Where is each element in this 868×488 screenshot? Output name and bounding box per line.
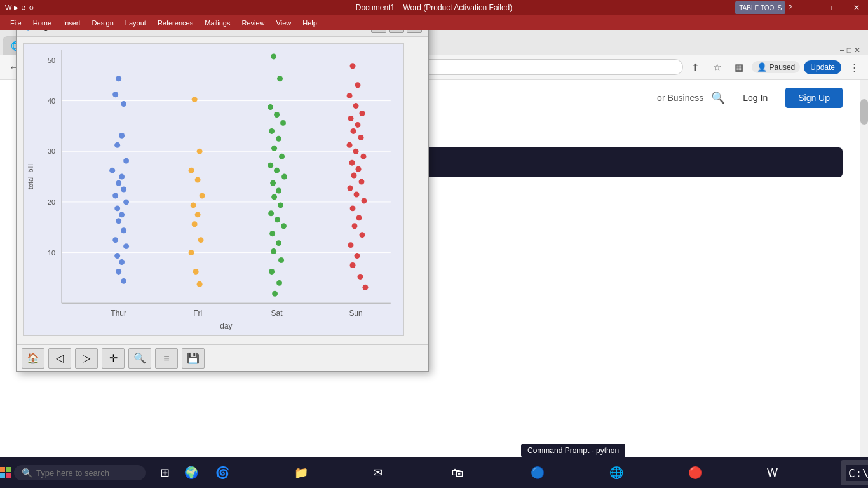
svg-point-115 — [351, 173, 357, 179]
svg-point-123 — [359, 232, 365, 238]
svg-text:Sun: Sun — [349, 309, 362, 318]
back-tool-btn[interactable]: ◁ — [48, 348, 71, 369]
svg-text:Sat: Sat — [271, 309, 283, 318]
taskbar-app-explorer[interactable]: 📁 — [289, 460, 365, 485]
menu-layout[interactable]: Layout — [120, 18, 151, 28]
svg-point-49 — [116, 180, 121, 186]
browser-action-icons: ⬆ ☆ ▦ 👤 Paused Update ⋮ — [687, 58, 863, 76]
svg-point-106 — [348, 116, 354, 121]
extensions-icon[interactable]: ⋮ — [845, 58, 863, 76]
svg-point-73 — [193, 269, 199, 274]
svg-point-121 — [356, 215, 362, 220]
svg-point-83 — [279, 154, 285, 159]
browser-close[interactable]: ✕ — [854, 46, 860, 55]
mail-icon: ✉ — [373, 466, 383, 480]
taskbar-search[interactable]: 🔍 — [14, 465, 146, 480]
svg-text:Fri: Fri — [193, 309, 202, 318]
taskbar-apps: 🌀 📁 ✉ 🛍 🔵 🌐 🔴 W C:\ 🐍 — [210, 460, 868, 485]
browser-restore[interactable]: □ — [847, 46, 851, 55]
svg-point-42 — [121, 101, 126, 107]
forward-tool-btn[interactable]: ▷ — [75, 348, 98, 369]
svg-point-122 — [352, 223, 358, 229]
svg-point-80 — [269, 128, 275, 134]
menu-design[interactable]: Design — [87, 18, 119, 28]
taskbar-app-edge[interactable]: 🌀 — [210, 460, 287, 485]
table-tools-label: TABLE TOOLS — [735, 1, 785, 14]
config-tool-btn[interactable]: ≡ — [155, 348, 178, 369]
svg-point-82 — [271, 146, 277, 151]
svg-text:40: 40 — [48, 97, 55, 105]
menu-help[interactable]: Help — [297, 18, 322, 28]
scrollbar[interactable] — [860, 80, 868, 488]
user-paused-btn[interactable]: 👤 Paused — [752, 61, 801, 73]
home-tool-btn[interactable]: 🏠 — [22, 348, 44, 369]
taskbar-app-cmd[interactable]: C:\ — [841, 460, 868, 485]
start-button[interactable] — [0, 458, 11, 488]
task-view-icon[interactable]: ⊞ — [153, 461, 176, 484]
word-minimize-btn[interactable]: – — [799, 0, 822, 15]
share-icon[interactable]: ⬆ — [687, 58, 705, 76]
edge2-icon: 🔵 — [531, 466, 545, 480]
svg-point-71 — [198, 237, 204, 243]
zoom-tool-btn[interactable]: 🔍 — [128, 348, 151, 369]
svg-point-78 — [274, 112, 280, 118]
svg-point-85 — [274, 168, 280, 173]
word-close-btn[interactable]: ✕ — [845, 0, 868, 15]
menu-review[interactable]: Review — [237, 18, 270, 28]
svg-point-41 — [116, 76, 121, 81]
svg-point-99 — [276, 280, 282, 286]
word-restore-btn[interactable]: □ — [822, 0, 845, 15]
svg-point-101 — [350, 63, 356, 69]
pan-tool-btn[interactable]: ✛ — [102, 348, 125, 369]
svg-rect-137 — [6, 467, 11, 472]
update-btn[interactable]: Update — [804, 60, 841, 74]
svg-point-117 — [348, 186, 353, 191]
sidebar-icon[interactable]: ▦ — [730, 58, 748, 76]
menu-file[interactable]: File — [5, 18, 27, 28]
svg-text:Thur: Thur — [111, 309, 126, 318]
word-titlebar: Document1 – Word (Product Activation Fai… — [0, 0, 868, 15]
header-search-icon[interactable]: 🔍 — [711, 91, 725, 105]
taskbar-app-browser2[interactable]: 🌐 — [604, 460, 681, 485]
login-button[interactable]: Log In — [733, 88, 778, 108]
menu-references[interactable]: References — [153, 18, 198, 28]
browser-minimize[interactable]: – — [840, 46, 844, 55]
svg-point-90 — [278, 202, 283, 208]
scrollbar-thumb[interactable] — [860, 99, 868, 125]
taskbar-app-word[interactable]: W — [762, 460, 838, 485]
figure-toolbar: 🏠 ◁ ▷ ✛ 🔍 ≡ 💾 — [17, 344, 428, 371]
svg-text:20: 20 — [48, 198, 55, 206]
taskbar-app-mail[interactable]: ✉ — [368, 460, 444, 485]
svg-point-45 — [114, 142, 120, 148]
taskbar-app-chrome[interactable]: 🔴 — [683, 460, 759, 485]
svg-point-128 — [362, 285, 368, 290]
svg-point-48 — [119, 174, 125, 180]
svg-rect-29 — [62, 50, 391, 303]
svg-point-72 — [189, 250, 194, 255]
svg-point-62 — [121, 278, 126, 284]
menu-home[interactable]: Home — [28, 18, 57, 28]
menu-view[interactable]: View — [271, 18, 297, 28]
user-icon: 👤 — [757, 62, 767, 72]
svg-point-65 — [189, 168, 194, 173]
taskbar: 🔍 ⊞ 🌍 🌀 📁 ✉ 🛍 🔵 🌐 🔴 W — [0, 458, 868, 488]
svg-point-114 — [356, 166, 362, 172]
bookmark-icon[interactable]: ☆ — [709, 58, 726, 76]
taskbar-search-input[interactable] — [36, 468, 138, 478]
taskbar-app-edge2[interactable]: 🔵 — [526, 460, 602, 485]
svg-point-100 — [272, 291, 278, 297]
earth-icon[interactable]: 🌍 — [180, 461, 203, 484]
paused-label: Paused — [770, 63, 796, 72]
edge-icon: 🌀 — [215, 466, 229, 480]
signup-button[interactable]: Sign Up — [785, 88, 843, 108]
svg-point-105 — [359, 111, 365, 116]
save-tool-btn[interactable]: 💾 — [182, 348, 205, 369]
svg-point-66 — [195, 177, 201, 183]
svg-text:10: 10 — [48, 249, 55, 257]
svg-point-127 — [358, 274, 363, 280]
svg-point-50 — [121, 187, 126, 193]
menu-mailings[interactable]: Mailings — [200, 18, 235, 28]
menu-insert[interactable]: Insert — [58, 18, 86, 28]
taskbar-app-store[interactable]: 🛍 — [447, 460, 523, 485]
taskbar-search-icon: 🔍 — [22, 468, 32, 478]
